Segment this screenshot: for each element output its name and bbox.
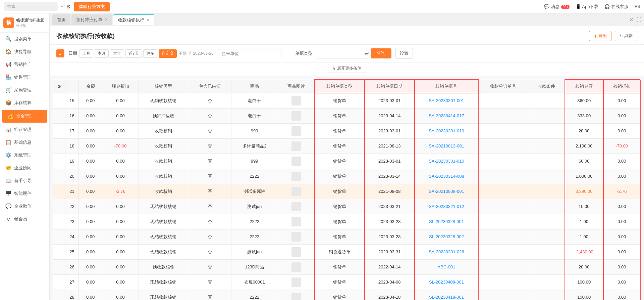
sidebar-item-finance[interactable]: 💰资金管理 <box>2 110 47 123</box>
user-area[interactable]: Rit <box>635 4 640 9</box>
bill-type-select[interactable] <box>317 49 370 58</box>
td-cash-discount: 0.00 <box>102 199 139 214</box>
message-area[interactable]: 💬 消息 99+ <box>544 4 570 10</box>
tab-close-icon[interactable]: ✕ <box>105 17 108 22</box>
td-verify-discount: -70.00 <box>603 138 640 154</box>
td-row-settings[interactable] <box>53 244 65 259</box>
td-row-settings[interactable] <box>53 229 65 244</box>
verify-bill-no-link[interactable]: SA-20230301-001 <box>429 98 464 103</box>
td-verify-bill-no[interactable]: SA-20230321-012 <box>415 199 478 214</box>
td-row-settings[interactable] <box>53 169 65 184</box>
td-verify-bill-no[interactable]: SA-20230301-001 <box>415 93 478 108</box>
verify-bill-no-link[interactable]: SL-20230418-001 <box>429 295 464 300</box>
td-row-settings[interactable] <box>53 154 65 169</box>
td-verify-bill-no[interactable]: SA-20230414-017 <box>415 108 478 123</box>
supplier-input[interactable] <box>218 49 281 58</box>
search-input[interactable]: 搜索 <box>4 2 58 11</box>
td-verify-bill-no[interactable]: SA-20230301-010 <box>415 123 478 138</box>
verify-bill-no-link[interactable]: SA-20230331-026 <box>429 249 464 254</box>
sidebar-item-business[interactable]: 📊经营管理 <box>0 123 49 136</box>
sidebar-item-search[interactable]: 🔍搜索菜单 <box>0 33 49 45</box>
app-download[interactable]: 📱 App下载 <box>576 4 598 10</box>
sidebar-item-shortcuts[interactable]: 🏠快捷导航 <box>0 45 49 58</box>
td-row-settings[interactable] <box>53 274 65 290</box>
sidebar-item-wechat[interactable]: 💬企业微信 <box>0 200 49 213</box>
td-balance: 0.00 <box>79 108 102 123</box>
sidebar-item-member[interactable]: V畅会员 <box>0 213 49 225</box>
verify-bill-no-link[interactable]: SA-20230321-012 <box>429 204 464 209</box>
td-row-settings[interactable] <box>53 93 65 108</box>
td-balance: 0.00 <box>79 154 102 169</box>
verify-bill-no-link[interactable]: SL-20230408-001 <box>429 280 464 285</box>
expand-window-icon[interactable]: ⛶ <box>636 17 641 23</box>
tab-home[interactable]: 首页 <box>52 14 70 25</box>
td-verify-bill-no[interactable]: ABC-001 <box>415 259 478 274</box>
td-row-settings[interactable] <box>53 259 65 274</box>
verify-bill-no-link[interactable]: SA-20230314-008 <box>429 174 464 179</box>
settings-button[interactable]: 设置 <box>395 48 413 59</box>
sidebar-item-sales[interactable]: 🏪销售管理 <box>0 71 49 84</box>
td-row-settings[interactable] <box>53 199 65 214</box>
th-settings[interactable]: ⚙ <box>53 80 65 93</box>
td-row-settings[interactable] <box>53 290 65 300</box>
online-service[interactable]: 🎧 在线客服 <box>604 4 629 10</box>
date-btn-7days[interactable]: 近7天 <box>125 49 142 58</box>
date-btn-this-year[interactable]: 本年 <box>110 49 124 58</box>
verify-bill-no-link[interactable]: SA-20210808-001 <box>429 189 464 194</box>
filter-expand-button[interactable]: » <box>56 49 64 57</box>
sidebar-item-purchase[interactable]: 🛒采购管理 <box>0 84 49 96</box>
td-verify-bill-no[interactable]: SL-20230408-001 <box>415 274 478 290</box>
td-verify-bill-type: 销货单 <box>315 259 365 274</box>
td-verify-bill-no[interactable]: SL-20230418-001 <box>415 290 478 300</box>
td-row-settings[interactable] <box>53 214 65 229</box>
sidebar-item-system[interactable]: ⚙️系统管理 <box>0 149 49 162</box>
verify-bill-no-link[interactable]: SA-20230414-017 <box>429 113 464 118</box>
td-collect-order-no <box>478 108 528 123</box>
td-row-settings[interactable] <box>53 108 65 123</box>
gear-icon[interactable]: ⚙ <box>66 4 71 10</box>
td-verify-bill-no[interactable]: SA-20230331-026 <box>415 244 478 259</box>
td-verify-discount: 0.00 <box>603 229 640 244</box>
sidebar-item-label: 搜索菜单 <box>14 36 32 42</box>
tab-prepay[interactable]: 预付冲应付单✕ <box>71 14 112 25</box>
verify-bill-no-link[interactable]: SL-20230328-001 <box>429 219 464 224</box>
tab-collection[interactable]: 收款核销执行✕ <box>113 14 154 25</box>
td-verify-bill-no[interactable]: SA-20210813-001 <box>415 138 478 154</box>
trial-button[interactable]: 体验行业方案 <box>74 2 110 11</box>
sidebar-item-hardware[interactable]: 🖥️智能硬件 <box>0 187 49 200</box>
date-btn-more[interactable]: 更多 <box>143 49 157 58</box>
verify-bill-no-link[interactable]: SA-20230301-010 <box>429 159 464 164</box>
verify-bill-no-link[interactable]: SA-20210813-001 <box>429 143 464 148</box>
date-btn-this-month[interactable]: 本月 <box>95 49 109 58</box>
expand-more-button[interactable]: ∨ 展开更多条件 <box>328 64 366 73</box>
td-row-settings[interactable] <box>53 123 65 138</box>
sidebar-item-inventory[interactable]: 📦库存核算 <box>0 96 49 109</box>
data-table: ⚙余额现金折扣核销类型包含已结清商品商品图片核销单据类型核销单据日期核销单据号收… <box>53 79 641 300</box>
td-row-settings[interactable] <box>53 184 65 199</box>
td-verify-bill-type: 销货单 <box>315 199 365 214</box>
verify-bill-no-link[interactable]: ABC-001 <box>438 264 455 269</box>
td-verify-bill-no[interactable]: SA-20230314-008 <box>415 169 478 184</box>
td-verify-bill-no[interactable]: SL-20230328-001 <box>415 214 478 229</box>
td-row-settings[interactable] <box>53 138 65 154</box>
sidebar-item-guide[interactable]: 📖新手引导 <box>0 174 49 187</box>
basic-icon: 📋 <box>5 139 11 145</box>
td-cash-discount: 0.00 <box>102 169 139 184</box>
td-balance: 0.00 <box>79 290 102 300</box>
date-btn-last-month[interactable]: 上月 <box>79 49 93 58</box>
td-verify-bill-no[interactable]: SL-20230328-002 <box>415 229 478 244</box>
refresh-button[interactable]: ↻ 刷新 <box>615 31 637 41</box>
td-verify-bill-no[interactable]: SA-20230301-010 <box>415 154 478 169</box>
td-verify-bill-date: 2023-03-28 <box>365 229 415 244</box>
query-button[interactable]: 查询 <box>371 48 391 58</box>
verify-bill-no-link[interactable]: SL-20230328-002 <box>429 234 464 239</box>
td-verify-bill-no[interactable]: SA-20210808-001 <box>415 184 478 199</box>
sidebar-item-enterprise[interactable]: 🤝企业协同 <box>0 162 49 174</box>
sidebar-item-marketing[interactable]: 📢营销推广 <box>0 58 49 71</box>
date-btn-custom[interactable]: 自定义 <box>159 49 177 58</box>
tab-close-icon[interactable]: ✕ <box>147 18 150 22</box>
verify-bill-no-link[interactable]: SA-20230301-010 <box>429 128 464 133</box>
sidebar-item-basic[interactable]: 📋基础信息 <box>0 136 49 149</box>
close-window-icon[interactable]: ✕ <box>629 17 634 23</box>
export-button[interactable]: ⬆ 导出 <box>589 31 611 41</box>
